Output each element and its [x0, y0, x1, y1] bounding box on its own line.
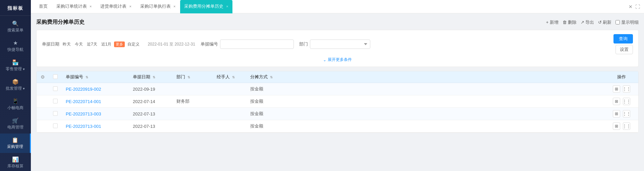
star-icon: ★	[1, 40, 30, 46]
search-icon: 🔍	[1, 20, 30, 27]
sidebar: 指标板 🔍 搜索菜单 ★ 快捷导航 🏪 零售管理▼ 📦 批发管理▼ 📱 小畅电商…	[0, 0, 31, 171]
row3-view-icon[interactable]: ⊞	[613, 110, 620, 117]
sidebar-item-retail[interactable]: 🏪 零售管理▼	[0, 56, 31, 75]
add-button[interactable]: + 新增	[546, 19, 558, 25]
row3-more-icon[interactable]: ⋮⋮	[623, 110, 630, 117]
filter-row: 单据日期 昨天 今天 近7天 近1月 更多 自定义 2022-01-01 至 2…	[42, 34, 633, 54]
shortcut-more[interactable]: 更多	[114, 41, 125, 47]
dept-select[interactable]: 财务部	[310, 39, 370, 49]
expand-more-button[interactable]: ⌄ 展开更多条件	[323, 57, 352, 63]
show-cols-checkbox[interactable]	[615, 20, 620, 24]
wholesale-icon: 📦	[1, 79, 30, 85]
row4-ops: ⊞ ⋮⋮	[605, 120, 638, 133]
date-filter-label: 单据日期	[42, 41, 59, 47]
filter-area: 单据日期 昨天 今天 近7天 近1月 更多 自定义 2022-01-01 至 2…	[36, 30, 639, 67]
row3-doc-link[interactable]: PE-20220713-003	[66, 111, 101, 116]
query-button[interactable]: 查询	[613, 34, 633, 44]
row4-view-icon[interactable]: ⊞	[613, 122, 620, 130]
page-content: 采购费用分摊单历史 + 新增 🗑 删除 ↗ 导出 ↺ 刷新 显示明细	[31, 13, 644, 171]
row3-handler	[213, 108, 246, 120]
row1-select-checkbox[interactable]	[53, 86, 58, 91]
row4-more-icon[interactable]: ⋮⋮	[623, 122, 630, 130]
row1-more-icon[interactable]: ⋮⋮	[623, 85, 630, 93]
row2-doc-no: PE-20220714-001	[62, 95, 129, 108]
sidebar-item-wholesale[interactable]: 📦 批发管理▼	[0, 75, 31, 95]
row4-handler	[213, 120, 246, 133]
date-shortcuts: 昨天 今天 近7天 近1月 更多 自定义	[61, 41, 141, 48]
select-all-checkbox[interactable]	[53, 74, 58, 79]
row1-ops: ⊞ ⋮⋮	[605, 83, 638, 95]
export-button[interactable]: ↗ 导出	[581, 19, 594, 25]
tab-purchase-order-stat[interactable]: 采购订单统计表 ×	[52, 0, 96, 13]
row2-select-checkbox[interactable]	[53, 99, 58, 103]
row4-doc-no: PE-20220713-001	[62, 120, 129, 133]
inventory-icon: 📊	[1, 156, 30, 163]
row3-split: 按金额	[246, 108, 605, 120]
row4-dept	[172, 120, 213, 133]
table-row: PE-20220714-001 2022-07-14 财务部 按金额 ⊞ ⋮⋮	[37, 95, 638, 108]
sidebar-item-ecommerce[interactable]: 🛒 电商管理	[0, 114, 31, 134]
tab-purchase-cost-split[interactable]: 采购费用分摊单历史 ×	[180, 0, 232, 13]
row2-view-icon[interactable]: ⊞	[613, 98, 620, 105]
shortcut-yesterday[interactable]: 昨天	[61, 41, 72, 48]
col-header-dept: 部门 ⇅	[172, 71, 213, 83]
delete-button[interactable]: 🗑 删除	[562, 19, 577, 25]
sort-date-icon[interactable]: ⇅	[153, 75, 155, 79]
filter-settings-button[interactable]: 设置	[615, 45, 633, 54]
row2-settings	[37, 95, 49, 108]
table-row: PE-20220713-001 2022-07-13 按金额 ⊞ ⋮⋮	[37, 120, 638, 133]
row1-dept	[172, 83, 213, 95]
sidebar-item-inventory[interactable]: 📊 库存核算	[0, 153, 31, 171]
col-header-op: 操作	[605, 71, 638, 83]
row1-view-icon[interactable]: ⊞	[613, 85, 620, 93]
filter-buttons: 查询 设置	[613, 34, 633, 54]
date-range-group: 2022-01-01 至 2022-12-31	[146, 41, 195, 47]
sort-handler-icon[interactable]: ⇅	[232, 75, 235, 79]
row2-handler	[213, 95, 246, 108]
row1-doc-link[interactable]: PE-20220919-002	[66, 87, 101, 92]
sort-dept-icon[interactable]: ⇅	[187, 75, 190, 79]
sidebar-item-quick-nav[interactable]: ★ 快捷导航	[0, 36, 31, 56]
refresh-button[interactable]: ↺ 刷新	[598, 19, 611, 25]
table-settings-icon[interactable]: ⚙	[41, 74, 45, 80]
row4-doc-link[interactable]: PE-20220713-001	[66, 124, 101, 129]
sidebar-logo: 指标板	[0, 3, 31, 16]
fullscreen-icon[interactable]: ⛶	[635, 4, 640, 9]
tab-close-purchase-cost-split[interactable]: ×	[226, 0, 228, 13]
tab-purchase-order-exec[interactable]: 采购订单执行表 ×	[136, 0, 179, 13]
row1-settings	[37, 83, 49, 95]
row3-dept	[172, 108, 213, 120]
shortcut-custom[interactable]: 自定义	[126, 41, 141, 48]
tab-bar: 首页 采购订单统计表 × 进货单统计表 × 采购订单执行表 × 采购费用分摊单历…	[31, 0, 644, 13]
shortcut-7days[interactable]: 近7天	[86, 41, 99, 48]
tab-bar-actions: ✕ ⛶	[629, 4, 640, 9]
row1-checkbox	[49, 83, 62, 95]
tab-inbound-stat[interactable]: 进货单统计表 ×	[96, 0, 135, 13]
tab-close-purchase-order-exec[interactable]: ×	[173, 0, 175, 13]
close-all-icon[interactable]: ✕	[629, 4, 633, 9]
shortcut-1month[interactable]: 近1月	[100, 41, 113, 48]
refresh-icon: ↺	[598, 20, 602, 25]
sidebar-item-search[interactable]: 🔍 搜索菜单	[0, 17, 31, 36]
tab-home[interactable]: 首页	[35, 0, 52, 13]
dept-filter-group: 部门 财务部	[299, 39, 370, 49]
tab-close-inbound-stat[interactable]: ×	[129, 0, 131, 13]
row4-select-checkbox[interactable]	[53, 123, 58, 128]
shortcut-today[interactable]: 今天	[73, 41, 84, 48]
purchase-icon: 📋	[1, 137, 29, 143]
row2-dept: 财务部	[172, 95, 213, 108]
sort-doc-no-icon[interactable]: ⇅	[86, 75, 88, 79]
delete-icon: 🗑	[562, 20, 567, 25]
sort-split-icon[interactable]: ⇅	[270, 75, 273, 79]
row2-more-icon[interactable]: ⋮⋮	[623, 98, 630, 105]
sidebar-item-purchase[interactable]: 📋 采购管理	[0, 134, 31, 153]
tab-close-purchase-order-stat[interactable]: ×	[90, 0, 92, 13]
doc-no-input[interactable]	[220, 39, 294, 49]
row3-select-checkbox[interactable]	[53, 111, 58, 116]
row3-checkbox	[49, 108, 62, 120]
sidebar-item-mini-shop[interactable]: 📱 小畅电商	[0, 95, 31, 114]
doc-no-label: 单据编号	[201, 41, 218, 47]
row2-checkbox	[49, 95, 62, 108]
row2-doc-link[interactable]: PE-20220714-001	[66, 99, 101, 104]
show-cols-toggle[interactable]: 显示明细	[615, 19, 639, 25]
